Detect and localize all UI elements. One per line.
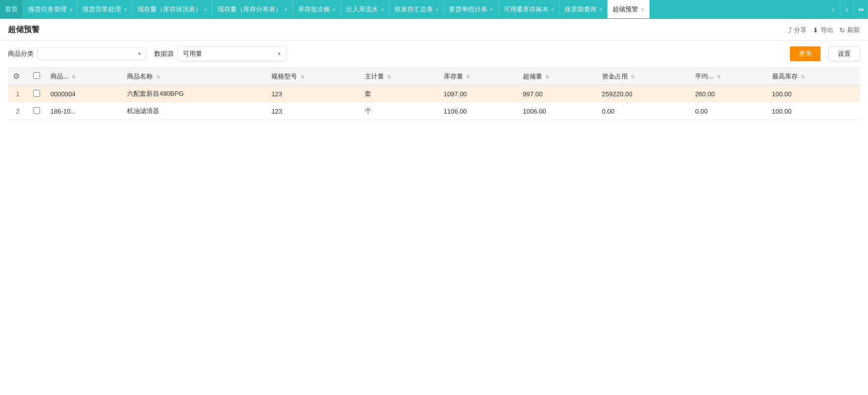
- nav-tab-expiry[interactable]: 保质期查询 ×: [560, 0, 608, 19]
- th-spec[interactable]: 规格型号 ⇅: [266, 68, 359, 85]
- header-actions: ⤴ 分享 ⬇ 导出 ↻ 刷新: [788, 26, 860, 35]
- filter-bar: 商品分类 ▾ 数据源 可用量 ▾ 查询 设置: [0, 40, 868, 67]
- nav-tab-batch[interactable]: 库存批次账 ×: [293, 0, 341, 19]
- th-product-name[interactable]: 商品名称 ⇅: [122, 68, 266, 85]
- nav-tab-home[interactable]: 首页: [0, 0, 23, 19]
- nav-tab-stock-status-label: 现存量（库存状况表）: [137, 5, 202, 14]
- th-capital-label: 资金占用: [602, 73, 628, 80]
- nav-next-button[interactable]: ›: [840, 0, 854, 19]
- th-unit-label: 主计量: [365, 73, 384, 80]
- th-capital[interactable]: 资金占用 ⇅: [597, 68, 690, 85]
- sort-product-code-icon: ⇅: [72, 74, 76, 79]
- th-max-stock-label: 最高库存: [772, 73, 798, 80]
- th-overstock[interactable]: 超储量 ⇅: [518, 68, 597, 85]
- sort-capital-icon: ⇅: [631, 74, 635, 79]
- nav-tab-summary[interactable]: 收发存汇总表 ×: [390, 0, 444, 19]
- th-overstock-label: 超储量: [523, 73, 542, 80]
- sort-avg-icon: ⇅: [717, 74, 721, 79]
- nav-tab-pick-task[interactable]: 拣货任务管理 ×: [23, 0, 78, 19]
- settings-button[interactable]: 设置: [828, 46, 860, 61]
- top-nav: 首页 拣货任务管理 × 拣货异常处理 × 现存量（库存状况表） × 现存量（库存…: [0, 0, 868, 19]
- row-checkbox-cell-2: [28, 103, 45, 120]
- row-checkbox-cell-1: [28, 85, 45, 103]
- th-unit[interactable]: 主计量 ⇅: [360, 68, 439, 85]
- table-container: ⚙ 商品... ⇅ 商品名称 ⇅ 规格型号 ⇅: [0, 67, 868, 120]
- row-capital-2: 0.00: [597, 103, 690, 120]
- nav-tab-available-label: 可用量库存账本: [504, 5, 549, 14]
- sort-unit-icon: ⇅: [387, 74, 391, 79]
- datasource-label: 数据源: [154, 49, 174, 58]
- nav-tab-flow-close[interactable]: ×: [381, 6, 384, 12]
- nav-tab-stock-status-close[interactable]: ×: [204, 6, 207, 12]
- row-product-name-1: 六配套新昌490BPG: [122, 85, 266, 103]
- nav-tab-available-close[interactable]: ×: [551, 6, 554, 12]
- nav-prev-button[interactable]: ‹: [826, 0, 840, 19]
- th-max-stock[interactable]: 最高库存 ⇅: [767, 68, 860, 85]
- datasource-filter-item: 数据源 可用量 ▾: [154, 46, 286, 61]
- nav-tab-pick-task-close[interactable]: ×: [69, 6, 72, 12]
- th-gear: ⚙: [8, 68, 28, 85]
- row-spec-1: 123: [266, 85, 359, 103]
- row-unit-2: 个: [360, 103, 439, 120]
- export-label: 导出: [821, 26, 833, 35]
- nav-tab-stock-status[interactable]: 现存量（库存状况表） ×: [132, 0, 213, 19]
- row-capital-1: 259220.00: [597, 85, 690, 103]
- datasource-chevron-down-icon: ▾: [278, 50, 281, 57]
- nav-tab-pick-exception-close[interactable]: ×: [124, 6, 127, 12]
- query-button[interactable]: 查询: [790, 46, 821, 61]
- nav-tab-flow[interactable]: 出入库流水 ×: [341, 0, 389, 19]
- nav-tab-stock-dist[interactable]: 现存量（库存分布表） ×: [213, 0, 293, 19]
- sort-max-stock-icon: ⇅: [801, 74, 805, 79]
- th-stock[interactable]: 库存量 ⇅: [439, 68, 518, 85]
- row-stock-2: 1106.00: [439, 103, 518, 120]
- th-avg[interactable]: 平均... ⇅: [690, 68, 767, 85]
- nav-tab-pick-task-label: 拣货任务管理: [28, 5, 67, 14]
- nav-tab-order-stat-close[interactable]: ×: [490, 6, 493, 12]
- nav-tab-overstock[interactable]: 超储预警 ×: [608, 0, 649, 19]
- sort-overstock-icon: ⇅: [545, 74, 549, 79]
- row-stock-1: 1097.00: [439, 85, 518, 103]
- nav-expand-button[interactable]: ⇔: [854, 0, 868, 19]
- row-checkbox-2[interactable]: [33, 107, 40, 114]
- datasource-select[interactable]: 可用量 ▾: [177, 46, 286, 61]
- th-checkbox: [28, 68, 45, 85]
- share-button[interactable]: ⤴ 分享: [788, 26, 807, 35]
- nav-tab-summary-close[interactable]: ×: [435, 6, 438, 12]
- nav-tab-batch-close[interactable]: ×: [333, 6, 336, 12]
- category-filter-item: 商品分类 ▾: [8, 47, 146, 60]
- datasource-select-value: 可用量: [183, 49, 202, 58]
- row-overstock-2: 1006.00: [518, 103, 597, 120]
- nav-tab-summary-label: 收发存汇总表: [394, 5, 433, 14]
- refresh-button[interactable]: ↻ 刷新: [839, 26, 860, 35]
- th-product-code[interactable]: 商品... ⇅: [45, 68, 122, 85]
- column-settings-icon[interactable]: ⚙: [13, 72, 20, 80]
- nav-tab-stock-dist-close[interactable]: ×: [284, 6, 287, 12]
- select-all-checkbox[interactable]: [33, 72, 40, 79]
- export-button[interactable]: ⬇ 导出: [813, 26, 833, 35]
- row-product-name-2: 机油滤清器: [122, 103, 266, 120]
- table-row: 1 0000004 六配套新昌490BPG 123 套 1097.00 997.…: [8, 85, 860, 103]
- sort-product-name-icon: ⇅: [156, 74, 160, 79]
- row-max-stock-1: 100.00: [767, 85, 860, 103]
- share-icon: ⤴: [788, 26, 792, 34]
- page-header: 超储预警 ⤴ 分享 ⬇ 导出 ↻ 刷新: [0, 19, 868, 40]
- nav-tab-order-stat[interactable]: 要货单统计表 ×: [444, 0, 498, 19]
- refresh-label: 刷新: [847, 26, 860, 35]
- row-unit-1: 套: [360, 85, 439, 103]
- nav-tab-available[interactable]: 可用量库存账本 ×: [499, 0, 560, 19]
- nav-tab-pick-exception[interactable]: 拣货异常处理 ×: [78, 0, 132, 19]
- th-avg-label: 平均...: [695, 73, 713, 80]
- th-stock-label: 库存量: [444, 73, 463, 80]
- category-select[interactable]: ▾: [38, 47, 146, 60]
- nav-tab-stock-dist-label: 现存量（库存分布表）: [217, 5, 282, 14]
- nav-tab-flow-label: 出入库流水: [346, 5, 378, 14]
- page-title: 超储预警: [8, 25, 40, 35]
- row-avg-1: 260.00: [690, 85, 767, 103]
- nav-tab-expiry-close[interactable]: ×: [599, 6, 602, 12]
- row-max-stock-2: 100.00: [767, 103, 860, 120]
- th-product-name-label: 商品名称: [127, 73, 153, 80]
- nav-tab-overstock-close[interactable]: ×: [641, 6, 644, 12]
- row-checkbox-1[interactable]: [33, 90, 40, 97]
- nav-tab-order-stat-label: 要货单统计表: [449, 5, 487, 14]
- row-index-2: 2: [8, 103, 28, 120]
